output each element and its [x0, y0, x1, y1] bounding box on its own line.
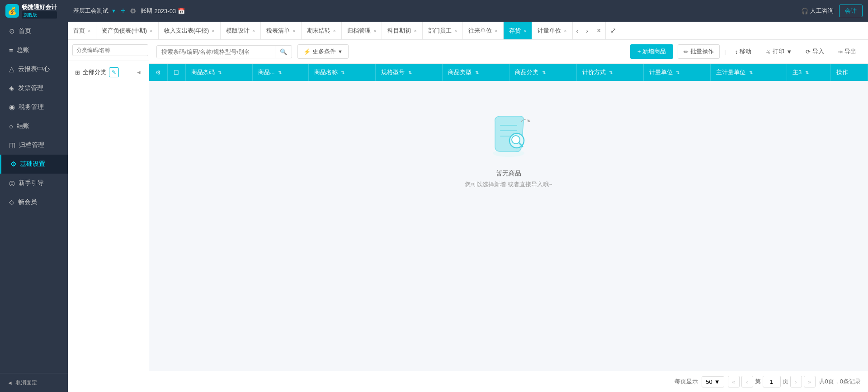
tab-partners-close[interactable]: ×	[495, 28, 497, 33]
tab-bar: 首页 × 资产负债表(中期) × 收入支出表(年报) × 模版设计 × 税表清单…	[68, 22, 868, 40]
category-edit-button[interactable]: ✎	[109, 67, 119, 77]
col-price-method[interactable]: 计价方式 ⇅	[576, 64, 643, 81]
tab-balance-sheet[interactable]: 资产负债表(中期) ×	[96, 22, 158, 40]
logo-area: 💰 畅捷通好会计 旗舰版	[5, 3, 69, 19]
tab-dept-staff-close[interactable]: ×	[454, 28, 457, 33]
filter-button[interactable]: ⚡ 更多条件 ▼	[297, 44, 349, 59]
sidebar-label-home: 首页	[19, 27, 31, 35]
batch-icon: ✏	[684, 48, 689, 55]
category-collapse-button[interactable]: ◄	[136, 69, 142, 76]
sidebar-item-tax[interactable]: ◉ 税务管理	[0, 98, 68, 117]
tab-expand-button[interactable]: ⤢	[606, 22, 621, 40]
tab-tax-list[interactable]: 税表清单 ×	[261, 22, 301, 40]
category-search-input[interactable]	[72, 44, 148, 56]
per-page-label: 每页显示	[675, 378, 698, 386]
col-col3[interactable]: 主3 ⇅	[787, 64, 830, 81]
account-button[interactable]: 会计	[839, 5, 863, 17]
search-icon[interactable]: 🔍	[275, 46, 292, 58]
help-icon: 🎧	[801, 8, 808, 14]
tax-icon: ◉	[9, 103, 15, 111]
settings-gear-button[interactable]: ⚙	[130, 7, 136, 15]
col-actions: 操作	[831, 64, 868, 81]
tab-archive[interactable]: 归档管理 ×	[342, 22, 382, 40]
period-label: 账期	[141, 7, 152, 15]
tab-period-end-close[interactable]: ×	[333, 28, 336, 33]
tab-template-close[interactable]: ×	[252, 28, 255, 33]
tab-next-button[interactable]: ›	[582, 22, 592, 40]
col-checkbox[interactable]: ☐	[167, 64, 185, 81]
batch-button[interactable]: ✏ 批量操作	[678, 44, 720, 59]
sidebar-item-home[interactable]: ⊙ 首页	[0, 22, 68, 41]
add-tab-button[interactable]: +	[121, 6, 126, 16]
company-selector[interactable]: 基层工会测试 ▼	[73, 7, 116, 15]
add-product-button[interactable]: + 新增商品	[630, 44, 673, 59]
tab-dept-staff-label: 部门员工	[428, 27, 452, 35]
col-settings[interactable]: ⚙	[149, 64, 167, 81]
col-name[interactable]: 商品名称 ⇅	[308, 64, 375, 81]
page-end-label: 页	[783, 378, 788, 386]
col-spec[interactable]: 规格型号 ⇅	[375, 64, 442, 81]
page-number-input[interactable]	[763, 376, 781, 387]
category-all-item[interactable]: ⊞ 全部分类 ✎ ◄	[71, 65, 145, 80]
sidebar-item-guide[interactable]: ◎ 新手引导	[0, 174, 68, 193]
tab-partners[interactable]: 往来单位 ×	[463, 22, 503, 40]
tab-template-label: 模版设计	[226, 27, 250, 35]
settings-icon: ⚙	[10, 160, 16, 168]
sidebar-label-invoice: 发票管理	[18, 84, 43, 92]
tab-unit-label: 计量单位	[538, 27, 561, 35]
print-button[interactable]: 🖨 打印 ▼	[760, 45, 797, 58]
main-layout: ⊙ 首页 ≡ 总账 △ 云报表中心 ◈ 发票管理 ◉ 税务管理 ○ 结账	[0, 22, 868, 392]
sidebar-item-settings[interactable]: ⚙ 基础设置	[0, 155, 68, 174]
tab-period-end[interactable]: 期末结转 ×	[302, 22, 342, 40]
tab-inventory[interactable]: 存货 ×	[504, 22, 532, 40]
page-size-select[interactable]: 50 ▼	[702, 376, 724, 387]
checkout-icon: ○	[9, 123, 13, 130]
tab-archive-close[interactable]: ×	[373, 28, 376, 33]
sidebar-item-ledger[interactable]: ≡ 总账	[0, 41, 68, 60]
empty-state: 暂无商品 您可以选择新增,或者直接导入哦~	[149, 81, 868, 216]
tab-home[interactable]: 首页 ×	[68, 22, 96, 40]
tab-close-all-button[interactable]: ×	[592, 22, 606, 40]
sidebar-item-checkout[interactable]: ○ 结账	[0, 117, 68, 136]
sidebar-item-invoice[interactable]: ◈ 发票管理	[0, 79, 68, 98]
sidebar-item-reports[interactable]: △ 云报表中心	[0, 60, 68, 79]
tab-subject-init-close[interactable]: ×	[414, 28, 416, 33]
help-button[interactable]: 🎧 人工咨询	[801, 7, 834, 15]
col-unit[interactable]: 计量单位 ⇅	[643, 64, 710, 81]
logo-main: 畅捷通好会计	[22, 3, 57, 11]
tab-balance-sheet-close[interactable]: ×	[150, 28, 152, 33]
tab-income[interactable]: 收入支出表(年报) ×	[159, 22, 221, 40]
tab-home-close[interactable]: ×	[88, 28, 90, 33]
tab-unit[interactable]: 计量单位 ×	[532, 22, 572, 40]
tab-prev-button[interactable]: ‹	[573, 22, 583, 40]
col-type[interactable]: 商品类型 ⇅	[443, 64, 509, 81]
tab-dept-staff[interactable]: 部门员工 ×	[423, 22, 463, 40]
sidebar-item-member[interactable]: ◇ 畅会员	[0, 193, 68, 212]
cancel-pin-icon: ◄	[7, 380, 13, 386]
last-page-button[interactable]: »	[804, 376, 816, 387]
tab-subject-init[interactable]: 科目期初 ×	[382, 22, 422, 40]
tab-tax-list-close[interactable]: ×	[292, 28, 295, 33]
tab-unit-close[interactable]: ×	[564, 28, 566, 33]
calendar-icon[interactable]: 📅	[178, 8, 185, 14]
col-category[interactable]: 商品分类 ⇅	[509, 64, 576, 81]
next-page-button[interactable]: ›	[790, 376, 802, 387]
import-button[interactable]: ⟳ 导入	[801, 45, 829, 58]
move-button[interactable]: ↕ 移动	[731, 45, 756, 58]
tab-income-close[interactable]: ×	[212, 28, 214, 33]
sidebar: ⊙ 首页 ≡ 总账 △ 云报表中心 ◈ 发票管理 ◉ 税务管理 ○ 结账	[0, 22, 68, 392]
export-button[interactable]: ⇥ 导出	[833, 45, 861, 58]
svg-marker-7	[528, 119, 530, 122]
prev-page-button[interactable]: ‹	[741, 376, 753, 387]
col-code[interactable]: 商品... ⇅	[252, 64, 308, 81]
cancel-pin-button[interactable]: ◄ 取消固定	[0, 373, 68, 392]
toolbar-right: + 新增商品 ✏ 批量操作 | ↕ 移动 🖨 打印	[630, 44, 861, 59]
col-main-unit[interactable]: 主计量单位 ⇅	[710, 64, 787, 81]
first-page-button[interactable]: «	[728, 376, 740, 387]
tab-inventory-close[interactable]: ×	[524, 28, 526, 33]
search-input[interactable]	[157, 46, 275, 58]
print-icon: 🖨	[765, 48, 771, 55]
sidebar-item-archive[interactable]: ◫ 归档管理	[0, 136, 68, 155]
col-barcode[interactable]: 商品条码 ⇅	[185, 64, 252, 81]
tab-template[interactable]: 模版设计 ×	[221, 22, 261, 40]
